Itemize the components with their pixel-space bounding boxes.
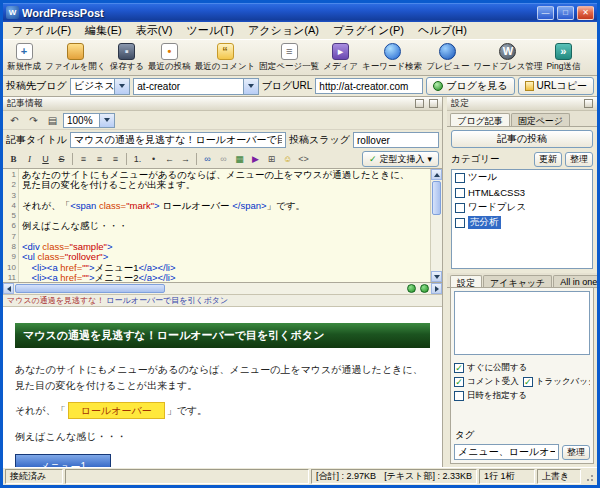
checkbox-icon[interactable] — [455, 218, 465, 228]
collapse-panel-icon[interactable] — [429, 99, 438, 108]
insert-template-button[interactable]: ✓ 定型文挿入 ▾ — [362, 151, 439, 167]
float-panel-icon[interactable] — [415, 99, 424, 108]
italic-icon[interactable]: I — [22, 152, 37, 167]
blog-name-combobox[interactable]: at-creator — [133, 78, 258, 95]
outdent-icon[interactable]: ← — [162, 152, 177, 167]
blog-group-combobox[interactable]: ビジネス — [70, 78, 131, 95]
toolbar-new-button[interactable]: +新規作成 — [5, 41, 43, 74]
scrollbar-thumb[interactable] — [15, 284, 165, 293]
title-bar[interactable]: W WordPressPost — □ ✕ — [3, 3, 597, 22]
editor-vertical-scrollbar[interactable] — [430, 169, 442, 282]
menu-item[interactable]: ヘルプ(H) — [411, 22, 474, 39]
view-blog-button[interactable]: ブログを見る — [426, 77, 514, 95]
menu-item[interactable]: アクション(A) — [241, 22, 326, 39]
zoom-combobox[interactable]: 100% — [63, 113, 115, 128]
link-icon[interactable]: ∞ — [200, 152, 215, 167]
editor-line[interactable]: <li><a href="">メニュー2</a></li> — [22, 273, 430, 282]
toolbar-ping-button[interactable]: »Ping送信 — [544, 41, 582, 74]
toolbar-save-button[interactable]: ▪保存する — [108, 41, 146, 74]
scroll-down-icon[interactable] — [431, 271, 442, 282]
bullet-list-icon[interactable]: • — [146, 152, 161, 167]
toolbar-recent-comments-button[interactable]: “最近のコメント — [193, 41, 258, 74]
category-item[interactable]: HTML&CSS3 — [452, 185, 592, 200]
option-checkbox[interactable]: ✓トラックバック受入 — [523, 376, 590, 388]
align-center-icon[interactable]: ≡ — [92, 152, 107, 167]
option-checkbox[interactable]: ✓すぐに公開する — [454, 362, 528, 374]
chevron-down-icon[interactable] — [243, 79, 258, 94]
category-organize-button[interactable]: 整理 — [565, 152, 593, 167]
checkbox-icon[interactable] — [455, 173, 465, 183]
redo-icon[interactable]: ↷ — [25, 113, 42, 128]
undo-icon[interactable]: ↶ — [6, 113, 23, 128]
option-checkbox[interactable]: ✓コメント受入 — [454, 376, 519, 388]
option-checkbox[interactable]: 日時を指定する — [454, 390, 527, 402]
paste-icon[interactable]: ▤ — [44, 113, 61, 128]
blog-url-field[interactable] — [315, 78, 423, 94]
indent-icon[interactable]: → — [178, 152, 193, 167]
align-right-icon[interactable]: ≡ — [108, 152, 123, 167]
html-editor[interactable]: 1234567891011 あなたのサイトにもメニューがあるのならば、メニューの… — [3, 169, 442, 283]
toolbar-pages-button[interactable]: ≡固定ページ一覧 — [257, 41, 321, 74]
checkbox-icon[interactable]: ✓ — [454, 377, 464, 387]
ordered-list-icon[interactable]: 1. — [130, 152, 145, 167]
movie-icon[interactable]: ▶ — [248, 152, 263, 167]
toolbar-recent-posts-button[interactable]: •最近の投稿 — [146, 41, 193, 74]
chevron-down-icon[interactable] — [99, 114, 114, 127]
toolbar-keyword-search-button[interactable]: キーワード検索 — [360, 41, 424, 74]
scroll-up-icon[interactable] — [431, 169, 442, 180]
close-button[interactable]: ✕ — [577, 6, 594, 20]
code-area[interactable]: あなたのサイトにもメニューがあるのならば、メニューの上をマウスが通過したときに、… — [19, 169, 430, 282]
menu-item[interactable]: 表示(V) — [129, 22, 180, 39]
minimize-button[interactable]: — — [537, 6, 554, 20]
settings-tab-1[interactable]: 固定ページ — [511, 113, 570, 126]
emoticon-icon[interactable]: ☺ — [280, 152, 295, 167]
resize-grip[interactable] — [583, 469, 595, 484]
tag-organize-button[interactable]: 整理 — [562, 445, 590, 460]
editor-line[interactable]: それが、「<span class="mark"> ロールオーバー </span>… — [22, 201, 430, 211]
post-slug-field[interactable] — [353, 132, 439, 148]
checkbox-icon[interactable] — [455, 203, 465, 213]
table-icon[interactable]: ⊞ — [264, 152, 279, 167]
scroll-left-icon[interactable] — [3, 283, 14, 294]
editor-horizontal-scrollbar[interactable] — [3, 283, 442, 295]
unlink-icon[interactable]: ∞ — [216, 152, 231, 167]
toolbar-preview-button[interactable]: プレビュー — [424, 41, 471, 74]
detail-tab-1[interactable]: アイキャッチ — [483, 275, 552, 287]
align-left-icon[interactable]: ≡ — [76, 152, 91, 167]
toolbar-open-button[interactable]: ファイルを開く — [43, 41, 108, 74]
category-item[interactable]: ツール — [452, 170, 592, 185]
preview-menu-button[interactable]: メニュー1 — [15, 454, 111, 467]
checkbox-icon[interactable]: ✓ — [454, 363, 464, 373]
toolbar-media-button[interactable]: ▸メディア — [321, 41, 360, 74]
url-copy-button[interactable]: URLコピー — [518, 77, 594, 95]
refresh-preview-icon[interactable] — [407, 284, 416, 293]
category-list[interactable]: ツールHTML&CSS3ワードプレス売分析 — [451, 169, 593, 269]
code-icon[interactable]: <> — [296, 152, 311, 167]
editor-line[interactable]: 例えばこんな感じ・・・ — [22, 221, 430, 231]
scroll-right-icon[interactable] — [431, 283, 442, 294]
publish-settings-box[interactable] — [454, 291, 590, 355]
menu-item[interactable]: 編集(E) — [78, 22, 129, 39]
checkbox-icon[interactable] — [454, 391, 464, 401]
menu-item[interactable]: ファイル(F) — [5, 22, 78, 39]
checkbox-icon[interactable] — [455, 188, 465, 198]
underline-icon[interactable]: U — [38, 152, 53, 167]
article-title-field[interactable] — [70, 132, 286, 148]
menu-item[interactable]: プラグイン(P) — [326, 22, 411, 39]
scrollbar-thumb[interactable] — [432, 181, 441, 215]
category-item[interactable]: ワードプレス — [452, 200, 592, 215]
post-article-button[interactable]: 記事の投稿 — [451, 130, 593, 148]
menu-item[interactable]: ツール(T) — [179, 22, 241, 39]
chevron-down-icon[interactable] — [114, 79, 129, 94]
settings-tab-0[interactable]: ブログ記事 — [450, 113, 510, 126]
strikethrough-icon[interactable]: S — [54, 152, 69, 167]
maximize-button[interactable]: □ — [557, 6, 574, 20]
bold-icon[interactable]: B — [6, 152, 21, 167]
pin-icon[interactable] — [584, 99, 593, 108]
category-item[interactable]: 売分析 — [452, 215, 592, 230]
detail-tab-2[interactable]: All in one SEO — [553, 275, 597, 287]
update-preview-icon[interactable] — [420, 284, 429, 293]
tag-field[interactable] — [454, 444, 559, 460]
category-refresh-button[interactable]: 更新 — [534, 152, 562, 167]
detail-tab-0[interactable]: 設定 — [450, 275, 482, 287]
